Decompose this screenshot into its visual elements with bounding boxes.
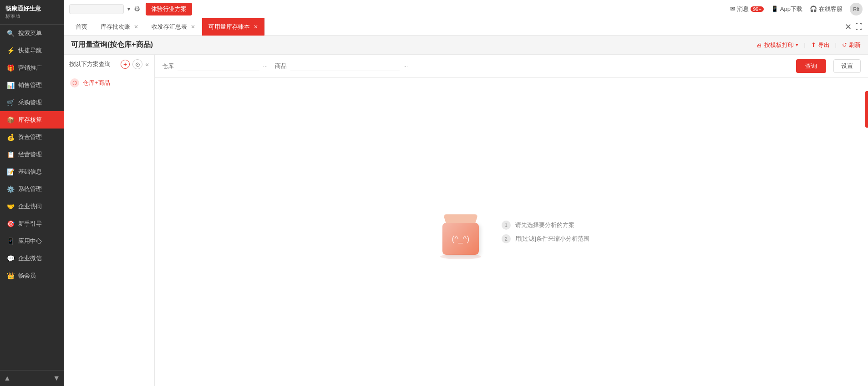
online-service-button[interactable]: 🎧 在线客服 <box>810 5 843 13</box>
export-label: 导出 <box>818 41 830 49</box>
sidebar-item-label: 畅会员 <box>18 272 36 280</box>
money-icon: 💰 <box>6 133 15 141</box>
chevron-down-icon[interactable]: ▾ <box>127 6 130 12</box>
mobile-download-icon: 📱 <box>771 5 778 12</box>
product-input[interactable] <box>290 61 400 71</box>
sidebar-item-label: 经营管理 <box>18 150 42 159</box>
close-icon[interactable]: ✕ <box>191 24 195 30</box>
sidebar-item-label: 快捷导航 <box>18 46 42 55</box>
warehouse-input[interactable] <box>178 61 259 71</box>
cart-icon: 🛒 <box>6 98 15 107</box>
sidebar-item-new-guide[interactable]: 🎯 新手引导 <box>0 215 64 232</box>
product-label: 商品 <box>275 62 287 70</box>
sidebar-item-marketing-promo[interactable]: 🎁 营销推广 <box>0 59 64 77</box>
user-name: Rit <box>853 6 859 12</box>
chevron-down-icon: ▾ <box>796 42 798 48</box>
scroll-up-button[interactable]: ▲ <box>4 374 11 382</box>
message-badge: 99+ <box>751 6 764 12</box>
page-header: 可用量查询(按仓库+商品) 🖨 按模板打印 ▾ | ⬆ 导出 | ↺ 刷新 <box>64 36 868 55</box>
page-title: 可用量查询(按仓库+商品) <box>71 40 153 50</box>
sidebar-item-app-center[interactable]: 📱 应用中心 <box>0 232 64 250</box>
sidebar-item-basic-info[interactable]: 📝 基础信息 <box>0 163 64 180</box>
refresh-icon: ↺ <box>842 41 847 48</box>
close-icon[interactable]: ✕ <box>134 24 138 30</box>
print-template-button[interactable]: 🖨 按模板打印 ▾ <box>756 41 798 49</box>
sidebar-item-enterprise-wechat[interactable]: 💬 企业微信 <box>0 250 64 267</box>
sidebar-item-sales[interactable]: 📊 销售管理 <box>0 77 64 94</box>
close-icon[interactable]: ✕ <box>254 24 258 30</box>
filter-panel: 按以下方案查询 + ⊙ « ⬡ 仓库+商品 <box>64 55 155 386</box>
crown-icon: 👑 <box>6 272 15 280</box>
sidebar-item-system[interactable]: ⚙️ 系统管理 <box>0 180 64 198</box>
search-input[interactable] <box>69 4 124 14</box>
settings-icon[interactable]: ⚙ <box>134 5 140 13</box>
expand-icon[interactable]: ⛶ <box>855 23 863 31</box>
sidebar-item-search[interactable]: 🔍 搜索菜单 <box>0 25 64 42</box>
sidebar-footer: ▲ ▼ <box>0 370 64 386</box>
topbar: ▾ ⚙ 体验行业方案 ✉ 消息 99+ 📱 App下载 🎧 在线客服 Rit <box>64 0 868 18</box>
sidebar-item-label: 新手引导 <box>18 220 42 228</box>
sidebar-item-inventory[interactable]: 📦 库存核算 <box>0 111 64 129</box>
empty-hints: 1 请先选择要分析的方案 2 用[过滤]条件来缩小分析范围 <box>502 221 589 243</box>
add-filter-button[interactable]: + <box>121 60 130 69</box>
sidebar-scroll: 🔍 搜索菜单 ⚡ 快捷导航 🎁 营销推广 📊 销售管理 🛒 采购管理 📦 库存核… <box>0 25 64 370</box>
tabs-right-actions: ✕ ⛶ <box>845 22 863 32</box>
collapse-panel-icon[interactable]: « <box>145 61 149 68</box>
sidebar-item-enterprise[interactable]: 🤝 企业协同 <box>0 198 64 215</box>
filter-panel-header: 按以下方案查询 + ⊙ « <box>64 55 154 74</box>
query-button[interactable]: 查询 <box>796 59 826 73</box>
tab-home[interactable]: 首页 <box>69 18 94 36</box>
headset-icon: 🎧 <box>810 5 817 12</box>
app-download-label: App下载 <box>780 5 802 13</box>
column-settings-button[interactable]: 设置 <box>833 59 861 73</box>
warehouse-label: 仓库 <box>162 62 174 70</box>
topbar-right: ✉ 消息 99+ 📱 App下载 🎧 在线客服 Rit <box>730 3 863 15</box>
cube-icon: ⬡ <box>72 80 77 86</box>
app-download-button[interactable]: 📱 App下载 <box>771 5 802 13</box>
product-more-button[interactable]: ··· <box>403 63 408 69</box>
sidebar-item-finance[interactable]: 💰 资金管理 <box>0 129 64 146</box>
main-content: ▾ ⚙ 体验行业方案 ✉ 消息 99+ 📱 App下载 🎧 在线客服 Rit <box>64 0 868 386</box>
tab-batch-ledger[interactable]: 库存批次账 ✕ <box>94 18 145 36</box>
filter-settings-button[interactable]: ⊙ <box>132 59 142 69</box>
tab-available-ledger[interactable]: 可用量库存账本 ✕ <box>202 18 265 36</box>
sidebar-item-purchase[interactable]: 🛒 采购管理 <box>0 94 64 111</box>
divider: | <box>804 41 805 48</box>
tab-label: 收发存汇总表 <box>152 23 187 31</box>
sidebar-item-operations[interactable]: 📋 经营管理 <box>0 146 64 163</box>
sidebar-item-label: 销售管理 <box>18 81 42 89</box>
sidebar-item-label: 库存核算 <box>18 116 42 124</box>
tabs-bar: 首页 库存批次账 ✕ 收发存汇总表 ✕ 可用量库存账本 ✕ ✕ ⛶ <box>64 18 868 36</box>
sidebar-item-label: 企业微信 <box>18 254 42 262</box>
sidebar-item-membership[interactable]: 👑 畅会员 <box>0 267 64 284</box>
note-icon: 📝 <box>6 168 15 176</box>
sidebar-item-label: 搜索菜单 <box>18 29 42 37</box>
tab-receive-summary[interactable]: 收发存汇总表 ✕ <box>145 18 202 36</box>
hint-text-2: 用[过滤]条件来缩小分析范围 <box>515 235 589 243</box>
filter-item-warehouse-product[interactable]: ⬡ 仓库+商品 <box>64 74 154 92</box>
product-condition-group: 商品 ··· <box>275 61 408 71</box>
filter-panel-title: 按以下方案查询 <box>69 60 111 68</box>
sidebar-item-shortcut[interactable]: ⚡ 快捷导航 <box>0 42 64 59</box>
empty-illustration <box>433 205 488 259</box>
close-all-tabs-button[interactable]: ✕ <box>845 22 852 32</box>
sidebar-item-label: 营销推广 <box>18 64 42 72</box>
empty-shadow <box>440 254 481 259</box>
empty-hint-1: 1 请先选择要分析的方案 <box>502 221 589 230</box>
shortcut-icon: ⚡ <box>6 46 15 55</box>
warehouse-more-button[interactable]: ··· <box>263 63 268 69</box>
content-area: 按以下方案查询 + ⊙ « ⬡ 仓库+商品 仓库 <box>64 55 868 386</box>
industry-solution-button[interactable]: 体验行业方案 <box>146 3 192 15</box>
refresh-button[interactable]: ↺ 刷新 <box>842 41 861 49</box>
message-button[interactable]: ✉ 消息 99+ <box>730 5 764 13</box>
sidebar-item-label: 系统管理 <box>18 185 42 193</box>
export-icon: ⬆ <box>811 41 816 48</box>
target-icon: 🎯 <box>6 220 15 228</box>
app-name: 畅康通好生意 <box>5 5 58 13</box>
scroll-down-button[interactable]: ▼ <box>53 374 60 382</box>
user-profile-button[interactable]: Rit <box>850 3 863 15</box>
export-button[interactable]: ⬆ 导出 <box>811 41 830 49</box>
filter-panel-actions: + ⊙ « <box>121 59 149 69</box>
hint-number-1: 1 <box>502 221 511 230</box>
query-conditions: 仓库 ··· 商品 ··· 查询 设置 <box>155 55 868 78</box>
